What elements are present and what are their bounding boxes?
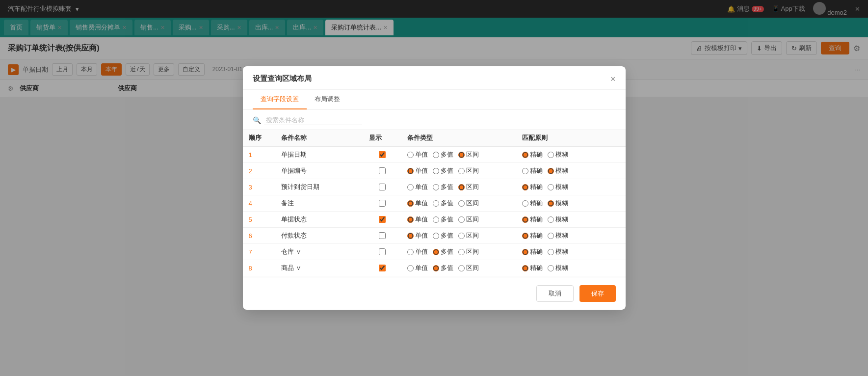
- modal-tab-layout[interactable]: 布局调整: [307, 90, 348, 97]
- modal-tab-query-fields[interactable]: 查询字段设置: [253, 90, 307, 97]
- modal-overlay: 设置查询区域布局 × 查询字段设置 布局调整 🔍 顺序 条件名称 显示: [0, 0, 868, 97]
- modal-title: 设置查询区域布局: [253, 74, 312, 83]
- modal-close-button[interactable]: ×: [610, 75, 616, 83]
- modal-header: 设置查询区域布局 ×: [243, 66, 626, 90]
- modal-dialog: 设置查询区域布局 × 查询字段设置 布局调整 🔍 顺序 条件名称 显示: [243, 66, 626, 97]
- modal-tabs: 查询字段设置 布局调整: [243, 90, 626, 97]
